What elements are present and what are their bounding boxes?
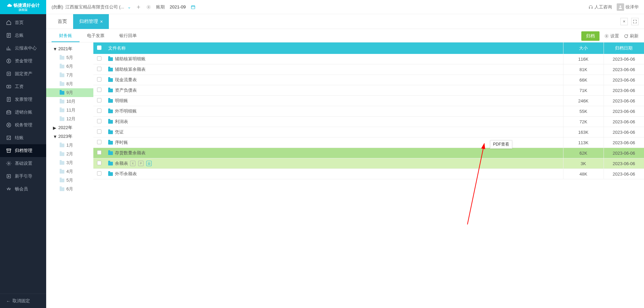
row-checkbox[interactable] [97,98,101,102]
table-row[interactable]: 外币余额表48K2023-06-06 [93,169,644,179]
tree-month[interactable]: 6月 [46,62,93,71]
row-checkbox[interactable] [97,119,101,123]
tree-month[interactable]: 5月 [46,53,93,62]
svg-point-15 [606,35,607,37]
close-icon[interactable]: × [100,19,103,24]
nav-invoice[interactable]: 发票管理 [0,93,46,106]
row-checkbox[interactable] [97,140,101,144]
add-button[interactable] [136,4,141,10]
tree-year[interactable]: ▼2023年 [46,132,93,141]
archive-button[interactable]: 归档 [581,31,600,41]
tree-month[interactable]: 11月 [46,106,93,115]
tab-archive[interactable]: 归档管理 × [73,14,109,29]
row-checkbox[interactable] [97,161,101,165]
folder-icon [60,144,64,147]
sidebar-unpin[interactable]: ← 取消固定 [0,294,46,308]
subtab-bank[interactable]: 银行回单 [112,30,144,42]
table-row[interactable]: 序时账113K2023-06-06 [93,137,644,148]
nav-fund[interactable]: 资金管理 [0,55,46,67]
table-row[interactable]: 凭证163K2023-06-06 [93,127,644,137]
table-row[interactable]: 利润表72K2023-06-06 [93,117,644,127]
download-excel-icon[interactable]: X [130,161,135,166]
row-checkbox[interactable] [97,77,101,82]
tree-month[interactable]: 12月 [46,115,93,123]
table-row[interactable]: 资产负债表71K2023-06-06 [93,85,644,96]
tree-month[interactable]: 9月 [46,88,93,97]
row-checkbox[interactable] [97,109,101,113]
header-checkbox[interactable] [93,42,105,54]
file-date: 2023-06-06 [604,75,644,85]
table-row[interactable]: 辅助核算余额表81K2023-06-06 [93,64,644,75]
nav-ledger[interactable]: 总账 [0,29,46,42]
row-checkbox[interactable] [97,150,101,155]
tab-close-button[interactable]: × [620,18,628,25]
nav-guide[interactable]: 新手引导 [0,170,46,183]
download-pdf-icon[interactable]: P [138,161,144,166]
settings-link[interactable]: 设置 [604,33,619,39]
subtab-einvoice[interactable]: 电子发票 [80,30,112,42]
support-link[interactable]: 人工咨询 [588,4,612,10]
subtab-finance[interactable]: 财务账 [52,30,80,42]
tree-month[interactable]: 10月 [46,97,93,106]
table-row[interactable]: 余额表XP▤3K2023-06-06 [93,158,644,169]
nav-report[interactable]: 云报表中心 [0,42,46,55]
nav-home[interactable]: 首页 [0,16,46,29]
row-checkbox[interactable] [97,171,101,176]
table-row[interactable]: 辅助核算明细账116K2023-06-06 [93,54,644,64]
table-row[interactable]: 存货数量余额表62K2023-06-06 [93,148,644,158]
tree-month[interactable]: 6月 [46,185,93,193]
folder-icon [108,68,113,71]
row-checkbox[interactable] [97,56,101,61]
file-size: 113K [563,137,604,148]
nav-tax[interactable]: 税务管理 [0,119,46,131]
report-icon [6,45,11,51]
company-selector[interactable]: (勿删) 江西服宝精品有限责任公司 (... ⌄ [52,4,131,10]
refresh-icon [624,34,628,38]
nav-list: 首页总账云报表中心资金管理固定资产工资发票管理进销台账税务管理结账归档管理基础设… [0,14,46,294]
folder-icon [108,172,113,176]
table-row[interactable]: 现金流量表66K2023-06-06 [93,75,644,85]
nav-label: 工资 [15,84,24,90]
nav-salary[interactable]: 工资 [0,80,46,93]
file-size: 81K [563,64,604,75]
table-row[interactable]: 外币明细账55K2023-06-06 [93,106,644,117]
nav-asset[interactable]: 固定资产 [0,67,46,80]
nav-purchase[interactable]: 进销台账 [0,106,46,119]
file-name: 资产负债表 [115,87,137,93]
tree-month[interactable]: 4月 [46,167,93,176]
row-checkbox[interactable] [97,88,101,92]
folder-icon [60,109,64,112]
nav-settings[interactable]: 基础设置 [0,157,46,170]
tree-year[interactable]: ▼2021年 [46,44,93,53]
tree-month[interactable]: 3月 [46,158,93,167]
nav-close[interactable]: 结账 [0,131,46,144]
tree-month[interactable]: 2月 [46,150,93,158]
folder-icon [60,73,64,77]
calendar-icon[interactable] [190,4,196,10]
tree-month[interactable]: 1月 [46,141,93,150]
gear-icon[interactable] [146,4,151,10]
nav-archive[interactable]: 归档管理 [0,144,46,157]
tree-month[interactable]: 7月 [46,71,93,80]
period-value[interactable]: 2021-09 [170,4,186,9]
file-size: 3K [563,158,604,169]
row-checkbox[interactable] [97,129,101,134]
topbar: (勿删) 江西服宝精品有限责任公司 (... ⌄ 账期 2021-09 人工咨询 [46,0,644,14]
settings-icon [6,161,11,166]
view-pdf-icon[interactable]: ▤ [146,161,152,166]
fullscreen-button[interactable] [631,18,639,25]
row-checkbox[interactable] [97,67,101,71]
brand-logo[interactable]: 畅捷通好会计 旗舰版 [0,0,46,14]
refresh-link[interactable]: 刷新 [624,33,639,39]
tree-month[interactable]: 5月 [46,176,93,185]
nav-vip[interactable]: 畅会员 [0,183,46,195]
tree-month[interactable]: 8月 [46,80,93,88]
tab-home[interactable]: 首页 [52,14,73,29]
file-table: 文件名称 大小 归档日期 辅助核算明细账116K2023-06-06辅助核算余额… [93,42,644,308]
user-menu[interactable]: 徐泽华 [617,3,639,11]
file-size: 163K [563,127,604,137]
page-tabs: 首页 归档管理 × × [46,14,644,29]
folder-icon [60,187,64,191]
table-row[interactable]: 明细账246K2023-06-06 [93,96,644,106]
tree-year[interactable]: ▶2022年 [46,123,93,132]
